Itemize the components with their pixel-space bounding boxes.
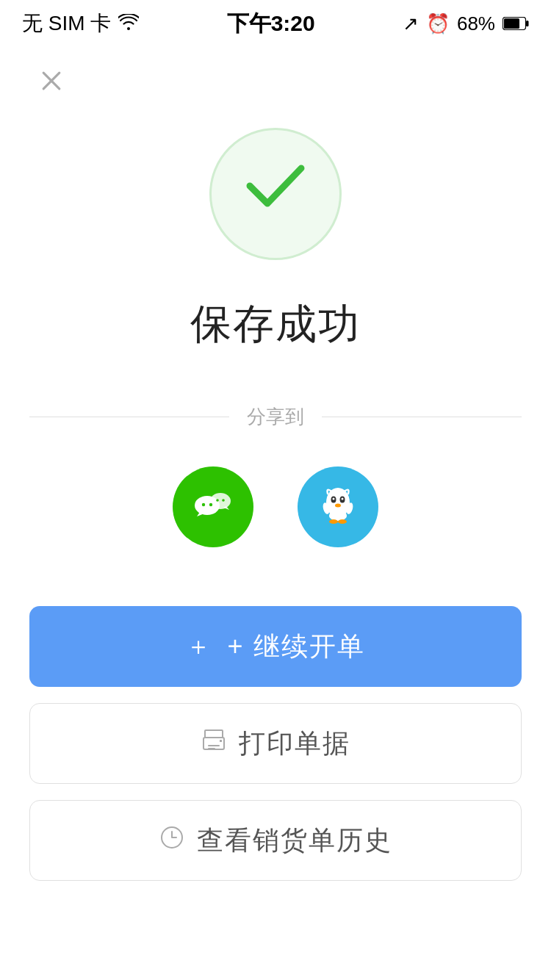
svg-rect-24: [208, 745, 220, 746]
svg-point-20: [329, 519, 338, 524]
svg-point-15: [342, 498, 344, 500]
share-section: 分享到: [29, 404, 522, 430]
svg-rect-2: [526, 21, 529, 26]
location-icon: ↗: [403, 12, 419, 35]
history-button[interactable]: 查看销货单历史: [29, 800, 522, 881]
svg-point-7: [202, 503, 205, 506]
divider-left: [29, 417, 229, 417]
wechat-share-button[interactable]: [173, 466, 253, 547]
success-title: 保存成功: [190, 297, 361, 353]
close-button[interactable]: [29, 59, 73, 103]
svg-rect-1: [504, 18, 519, 29]
print-label: 打印单据: [239, 726, 350, 762]
svg-point-10: [222, 499, 225, 502]
status-right: ↗ ⏰ 68%: [403, 12, 529, 35]
continue-label: + 继续开单: [227, 629, 364, 665]
svg-rect-25: [208, 748, 215, 749]
svg-point-8: [209, 503, 212, 506]
svg-point-17: [329, 511, 347, 521]
svg-rect-26: [220, 740, 222, 742]
svg-point-14: [333, 498, 335, 500]
svg-point-16: [335, 504, 341, 508]
svg-point-21: [338, 519, 347, 524]
battery-icon: [503, 12, 529, 35]
divider-right: [322, 417, 522, 417]
qq-share-button[interactable]: [298, 466, 378, 547]
continue-button[interactable]: ＋ + 继续开单: [29, 606, 522, 687]
history-label: 查看销货单历史: [197, 823, 392, 859]
history-icon: [159, 824, 185, 857]
alarm-icon: ⏰: [426, 12, 450, 35]
checkmark-icon: [242, 156, 309, 226]
svg-point-9: [216, 499, 219, 502]
status-time: 下午3:20: [227, 9, 315, 39]
share-icons-container: [173, 466, 378, 547]
no-sim-text: 无 SIM 卡: [22, 10, 111, 37]
status-bar: 无 SIM 卡 下午3:20 ↗ ⏰ 68%: [0, 0, 551, 47]
printer-icon: [201, 727, 227, 760]
battery-text: 68%: [457, 12, 495, 35]
plus-icon: ＋: [186, 630, 212, 663]
main-content: 保存成功 分享到: [0, 47, 551, 881]
success-icon-circle: [209, 128, 342, 260]
wifi-icon: [118, 12, 139, 35]
share-label: 分享到: [229, 404, 322, 430]
wechat-icon: [190, 483, 237, 530]
action-buttons: ＋ + 继续开单 打印单据: [29, 606, 522, 881]
svg-rect-22: [205, 730, 223, 738]
svg-rect-23: [204, 738, 224, 749]
close-icon: [38, 68, 65, 94]
status-left: 无 SIM 卡: [22, 10, 139, 37]
svg-point-6: [210, 493, 231, 509]
qq-icon: [314, 483, 361, 530]
print-button[interactable]: 打印单据: [29, 703, 522, 784]
